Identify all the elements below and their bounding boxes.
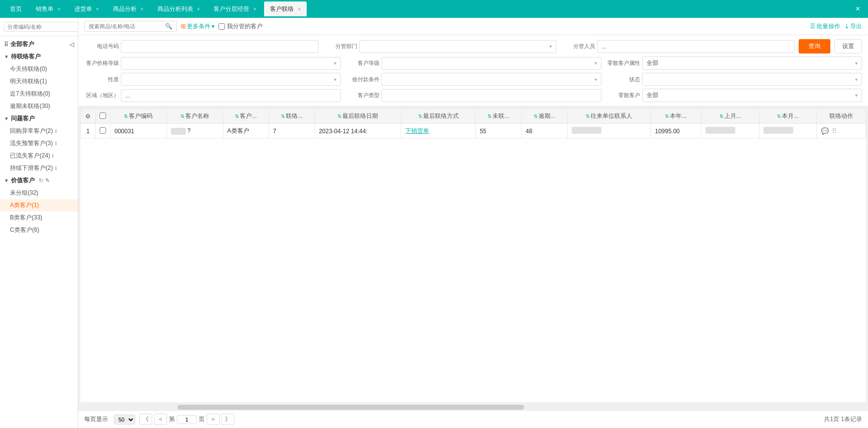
status-input[interactable]: ▾ xyxy=(642,73,862,86)
sidebar-item-repurchase-abnormal[interactable]: 回购异常客户(2) ℹ xyxy=(0,125,78,137)
col-this-year[interactable]: ⇅本年... xyxy=(651,109,701,124)
filter-bar: 🔍 ⊞ 更多条件 ▾ 我分管的客户 ☰ 批量操作 ⤓ 导出 xyxy=(78,18,868,35)
sidebar-item-declining[interactable]: 持续下滑客户(2) ℹ xyxy=(0,162,78,174)
payment-input[interactable]: ▾ xyxy=(381,73,601,86)
sidebar-item-churned[interactable]: 已流失客户(24) ℹ xyxy=(0,150,78,162)
page-size-select[interactable]: 50 xyxy=(114,415,135,425)
filter-search-input[interactable] xyxy=(89,23,163,29)
section-value-customers[interactable]: ▼ 价值客户 ↻ ✎ xyxy=(0,174,78,187)
prev-page-button[interactable]: ＜ xyxy=(154,414,167,425)
first-page-button[interactable]: 《 xyxy=(139,414,152,425)
col-overdue[interactable]: ⇅逾期... xyxy=(522,109,568,124)
advanced-filters: 电话号码 分管部门 ▾ 分管人员 ... 查询 设置 xyxy=(78,35,868,107)
col-customer-name[interactable]: ⇅客户名称 xyxy=(166,109,223,124)
sidebar-item-class-c[interactable]: C类客户(6) xyxy=(0,224,78,236)
batch-op-button[interactable]: ☰ 批量操作 xyxy=(810,22,840,31)
col-settings[interactable]: ⚙ xyxy=(81,109,96,124)
col-not-contacted[interactable]: ⇅未联... xyxy=(476,109,522,124)
export-button[interactable]: ⤓ 导出 xyxy=(844,22,862,31)
page-number-input[interactable] xyxy=(177,415,197,424)
row-select-checkbox[interactable] xyxy=(100,127,106,134)
more-filters-btn[interactable]: ⊞ 更多条件 ▾ xyxy=(181,22,215,31)
retail-customer-arrow: ▾ xyxy=(855,93,858,98)
last-contact-way-cell[interactable]: 下销货单 xyxy=(401,124,476,139)
sidebar-item-7days[interactable]: 近7天待联络(0) xyxy=(0,88,78,100)
settings-button[interactable]: 设置 xyxy=(834,39,862,54)
sidebar-item-tomorrow[interactable]: 明天待联络(1) xyxy=(0,75,78,88)
dept-input[interactable]: ▾ xyxy=(359,40,557,53)
retail-attr-arrow: ▾ xyxy=(855,60,858,66)
row-checkbox[interactable] xyxy=(96,124,110,139)
col-customer-code[interactable]: ⇅客户编码 xyxy=(110,109,167,124)
close-analysis-icon[interactable]: × xyxy=(141,6,144,12)
horizontal-scrollbar[interactable] xyxy=(78,404,868,410)
sidebar-item-unclassified[interactable]: 未分组(32) xyxy=(0,187,78,199)
sidebar-search-input[interactable] xyxy=(4,22,78,32)
nav-tab-sales[interactable]: 销售单 × xyxy=(30,1,66,16)
region-input[interactable]: ... xyxy=(121,89,341,102)
dept-arrow: ▾ xyxy=(549,44,552,49)
col-last-contact-date[interactable]: ⇅最后联络日期 xyxy=(315,109,401,124)
nav-tab-customer-mgmt[interactable]: 客户分层经营 × xyxy=(208,1,262,16)
col-last-month[interactable]: ⇅上月... xyxy=(701,109,759,124)
triangle-icon: ▼ xyxy=(4,54,9,59)
nav-tab-customer-contact[interactable]: 客户联络 × xyxy=(264,1,307,16)
filter-region: 区域（地区） ... xyxy=(84,89,341,102)
sidebar-all-customers[interactable]: ⠿ 全部客户 ◁ xyxy=(0,36,78,51)
close-customer-mgmt-icon[interactable]: × xyxy=(253,6,256,12)
sidebar-item-today[interactable]: 今天待联络(0) xyxy=(0,63,78,75)
sidebar-item-class-a[interactable]: A类客户(1) xyxy=(0,199,78,212)
close-analysis-list-icon[interactable]: × xyxy=(197,6,200,12)
col-contacts[interactable]: ⇅往来单位联系人 xyxy=(567,109,651,124)
customer-type-input[interactable] xyxy=(381,89,601,102)
nav-tab-purchase[interactable]: 进货单 × xyxy=(68,1,105,16)
data-table: ⚙ ⇅客户编码 ⇅客户名称 ⇅客户... ⇅联络... ⇅最后联络日期 ⇅最后联… xyxy=(80,108,866,139)
filter-search-icon[interactable]: 🔍 xyxy=(165,23,172,30)
person-input[interactable]: ... xyxy=(597,40,795,53)
edit-icon[interactable]: ✎ xyxy=(45,177,50,184)
select-all-checkbox[interactable] xyxy=(100,112,106,119)
window-close-button[interactable]: × xyxy=(852,4,864,13)
col-last-contact-way[interactable]: ⇅最后联络方式 xyxy=(401,109,476,124)
nav-tab-analysis-list[interactable]: 商品分析列表 × xyxy=(152,1,206,16)
close-customer-contact-icon[interactable]: × xyxy=(298,6,301,12)
phone-input[interactable] xyxy=(121,40,319,53)
col-customer-type[interactable]: ⇅客户... xyxy=(223,109,269,124)
contact-action-icon[interactable]: 💬 xyxy=(821,127,829,135)
col-contact-count[interactable]: ⇅联络... xyxy=(269,109,315,124)
scroll-thumb[interactable] xyxy=(177,405,524,410)
col-checkbox-all[interactable] xyxy=(96,109,110,124)
my-customers-checkbox[interactable] xyxy=(218,23,225,30)
filter-row-4: 区域（地区） ... 客户类型 零散客户 全部 ▾ xyxy=(84,89,862,102)
col-actions: 联络动作 xyxy=(817,109,866,124)
section-problem-customers[interactable]: ▼ 问题客户 xyxy=(0,112,78,125)
sidebar-item-churn-warning[interactable]: 流失预警客户(3) ℹ xyxy=(0,137,78,150)
filter-customer-type: 客户类型 xyxy=(345,89,601,102)
customer-level-arrow: ▾ xyxy=(595,60,597,66)
sidebar-item-overdue[interactable]: 逾期未联络(30) xyxy=(0,100,78,112)
customer-type-cell: A类客户 xyxy=(223,124,269,139)
nav-home[interactable]: 首页 xyxy=(4,2,28,16)
filter-phone: 电话号码 xyxy=(84,40,319,53)
nav-tab-analysis[interactable]: 商品分析 × xyxy=(107,1,150,16)
last-page-button[interactable]: 》 xyxy=(221,414,234,425)
sidebar-collapse-icon[interactable]: ◁ xyxy=(69,41,74,48)
filter-dept: 分管部门 ▾ xyxy=(323,40,557,53)
page-nav: 《 ＜ 第 页 ＞ 》 xyxy=(139,414,234,425)
customer-level-input[interactable]: ▾ xyxy=(381,57,601,70)
query-button[interactable]: 查询 xyxy=(799,39,830,54)
sidebar-item-class-b[interactable]: B类客户(33) xyxy=(0,212,78,224)
retail-customer-input[interactable]: 全部 ▾ xyxy=(642,89,862,102)
close-purchase-icon[interactable]: × xyxy=(96,6,99,12)
close-sales-icon[interactable]: × xyxy=(57,6,60,12)
next-page-button[interactable]: ＞ xyxy=(207,414,219,425)
section-pending-contact[interactable]: ▼ 待联络客户 xyxy=(0,51,78,63)
more-action-icon[interactable]: ⠿ xyxy=(832,127,837,135)
col-this-month[interactable]: ⇅本月... xyxy=(759,109,817,124)
bottom-bar: 每页显示 50 《 ＜ 第 页 ＞ 》 共1页 1条记录 xyxy=(78,410,868,428)
nature-input[interactable]: ▾ xyxy=(121,73,341,86)
retail-attr-input[interactable]: 全部 ▾ xyxy=(642,56,862,70)
refresh-icon[interactable]: ↻ xyxy=(39,177,43,184)
price-level-input[interactable]: ▾ xyxy=(121,57,341,70)
dots-icon: ⠿ xyxy=(4,41,8,48)
